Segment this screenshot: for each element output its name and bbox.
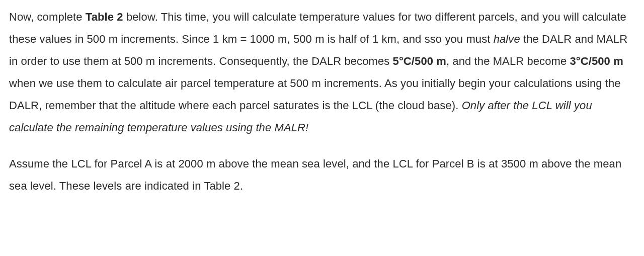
text-bold-malr: 3°C/500 m	[570, 55, 623, 67]
text-italic-halve: halve	[494, 33, 520, 45]
instruction-paragraph-1: Now, complete Table 2 below. This time, …	[9, 6, 635, 139]
text-bold-dalr: 5°C/500 m	[393, 55, 446, 67]
text-bold-table2: Table 2	[86, 11, 123, 23]
text-segment: , and the MALR become	[446, 55, 570, 67]
instruction-paragraph-2: Assume the LCL for Parcel A is at 2000 m…	[9, 153, 635, 197]
text-segment: Now, complete	[9, 11, 86, 23]
text-segment: Assume the LCL for Parcel A is at 2000 m…	[9, 157, 621, 192]
